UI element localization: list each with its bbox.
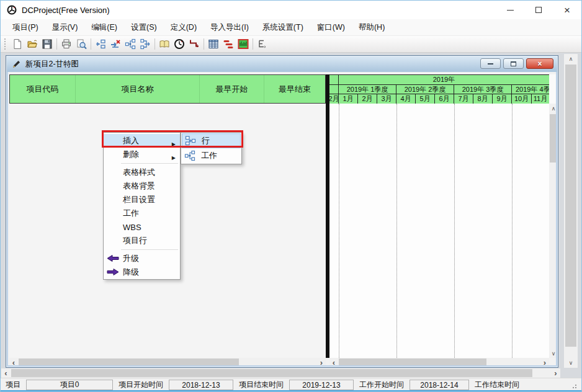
context-menu-item-work[interactable]: 工作 — [104, 207, 180, 220]
insert-submenu: 行 工作 — [181, 132, 242, 164]
app-titlebar: DCProject(Free Version) — [1, 1, 581, 19]
scroll-left-button[interactable] — [329, 358, 338, 365]
timeline-year: 2019年 — [339, 75, 549, 85]
child-window-title: 新项目2-甘特图 — [25, 59, 79, 69]
menu-system-settings[interactable]: 系统设置(T) — [256, 19, 310, 36]
gantt-horizontal-scrollbar — [329, 358, 549, 365]
status-project-end-value: 2019-12-13 — [289, 380, 354, 390]
insert-row-icon — [185, 135, 196, 146]
context-menu-item-insert[interactable]: 插入 — [104, 134, 180, 148]
gantt-view-icon — [223, 38, 234, 50]
toolbar-grip[interactable] — [4, 38, 6, 50]
child-minimize-button[interactable] — [480, 58, 501, 69]
toolbar-separator — [56, 38, 57, 50]
status-project-label: 项目 — [6, 380, 20, 390]
pencil-icon — [12, 60, 21, 69]
gantt-content: 项目代码 项目名称 最早开始 最早结束 2019年 2019年 1季度 2019… — [8, 72, 556, 365]
scrollbar-thumb[interactable] — [339, 359, 486, 365]
scrollbar-thumb[interactable] — [565, 65, 576, 347]
scroll-up-button[interactable] — [564, 54, 578, 64]
timeline-month: 10月 — [512, 94, 532, 104]
menu-define[interactable]: 定义(D) — [164, 19, 204, 36]
child-close-button[interactable]: × — [526, 58, 553, 69]
app-logo-icon — [7, 5, 17, 15]
scroll-up-button[interactable] — [549, 104, 556, 113]
scroll-down-button[interactable] — [564, 358, 578, 368]
menu-view[interactable]: 显示(V) — [45, 19, 85, 36]
submenu-arrow-icon — [172, 152, 176, 161]
context-menu-item-demote[interactable]: 降级 — [104, 265, 180, 279]
print-preview-icon — [76, 38, 87, 50]
save-button[interactable] — [40, 37, 55, 51]
insert-row-icon — [95, 38, 106, 50]
menu-window[interactable]: 窗口(W) — [310, 19, 352, 36]
column-header-earliest-start: 最早开始 — [200, 75, 264, 103]
menu-import-export[interactable]: 导入导出(I) — [204, 19, 256, 36]
book-icon — [159, 38, 170, 50]
toolbar — [1, 36, 581, 53]
scroll-left-button[interactable] — [9, 358, 18, 365]
timeline-month: 11月 — [532, 94, 549, 104]
scrollbar-thumb[interactable] — [11, 369, 532, 377]
arrange-nodes-button[interactable] — [138, 37, 153, 51]
clock-button[interactable] — [172, 37, 187, 51]
context-menu-item-promote[interactable]: 升级 — [104, 252, 180, 265]
status-work-start-label: 工作开始时间 — [359, 380, 404, 390]
context-menu-item-project-row[interactable]: 项目行 — [104, 234, 180, 247]
open-file-button[interactable] — [25, 37, 40, 51]
minimize-button[interactable] — [496, 1, 524, 19]
timeline-month: 1月 — [339, 94, 358, 104]
add-node-icon — [125, 38, 136, 50]
scroll-right-button[interactable] — [540, 358, 549, 365]
menu-help[interactable]: 帮助(H) — [352, 19, 392, 36]
context-menu-item-delete[interactable]: 删除 — [104, 148, 180, 161]
window-controls: × — [496, 1, 581, 19]
gantt-chart-area[interactable] — [329, 104, 549, 358]
book-button[interactable] — [157, 37, 172, 51]
menu-separator — [121, 249, 178, 250]
context-menu-item-table-background[interactable]: 表格背景 — [104, 179, 180, 193]
column-header-project-code: 项目代码 — [10, 75, 76, 103]
menu-settings[interactable]: 设置(S) — [124, 19, 164, 36]
resize-grip[interactable] — [570, 382, 576, 388]
timeline-quarter-4: 2019年 4季度 — [512, 85, 549, 94]
scroll-left-button[interactable] — [1, 368, 11, 378]
table-header-row: 项目代码 项目名称 最早开始 最早结束 — [9, 74, 326, 104]
clock-icon — [174, 38, 185, 50]
add-node-button[interactable] — [123, 37, 138, 51]
scrollbar-thumb[interactable] — [19, 359, 239, 365]
gantt-pane: 2019年 2019年 1季度 2019年 2季度 2019年 3季度 2019… — [329, 74, 549, 358]
child-titlebar[interactable]: 新项目2-甘特图 — [7, 56, 557, 72]
new-file-button[interactable] — [10, 37, 25, 51]
insert-row-button[interactable] — [93, 37, 108, 51]
outline-view-button[interactable] — [255, 37, 270, 51]
child-restore-button[interactable] — [503, 58, 524, 69]
histogram-view-button[interactable] — [236, 37, 251, 51]
context-menu-item-column-settings[interactable]: 栏目设置 — [104, 193, 180, 207]
timeline-quarter-2: 2019年 2季度 — [396, 85, 454, 94]
scroll-down-button[interactable] — [549, 349, 556, 358]
delete-row-button[interactable] — [108, 37, 123, 51]
print-button[interactable] — [59, 37, 74, 51]
scrollbar-thumb[interactable] — [550, 114, 556, 163]
context-menu-item-table-style[interactable]: 表格样式 — [104, 166, 180, 179]
maximize-button[interactable] — [524, 1, 553, 19]
close-button[interactable]: × — [553, 1, 581, 19]
timeline-year-spacer — [329, 75, 339, 85]
network-link-button[interactable] — [187, 37, 202, 51]
timeline-month-partial: 2月 — [329, 94, 339, 104]
mdi-vertical-scrollbar — [564, 54, 578, 368]
submenu-item-work[interactable]: 工作 — [182, 148, 241, 163]
scroll-right-button[interactable] — [551, 368, 560, 378]
print-preview-button[interactable] — [74, 37, 89, 51]
gantt-view-button[interactable] — [221, 37, 236, 51]
quarter-gridline — [339, 104, 339, 358]
scroll-right-button[interactable] — [317, 358, 326, 365]
outline-view-icon — [257, 38, 268, 50]
menu-edit[interactable]: 编辑(E) — [84, 19, 124, 36]
table-view-button[interactable] — [206, 37, 221, 51]
quarter-gridline — [396, 104, 397, 358]
submenu-item-row[interactable]: 行 — [182, 133, 241, 148]
context-menu-item-wbs[interactable]: WBS — [104, 220, 180, 234]
menu-project[interactable]: 项目(P) — [6, 19, 45, 36]
